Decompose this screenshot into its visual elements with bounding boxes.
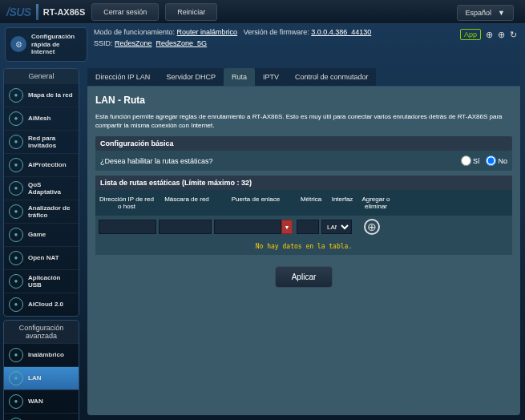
- nav-icon: ●: [9, 394, 23, 409]
- table-header: Dirección IP de red o host Máscara de re…: [95, 190, 512, 216]
- nav-icon: ●: [9, 158, 23, 172]
- tab-lan-ip[interactable]: Dirección IP LAN: [87, 68, 158, 86]
- quick-setup[interactable]: ⚙ Configuración rápida de Internet: [5, 27, 87, 62]
- nav-guest-network[interactable]: ●Red para invitados: [4, 130, 79, 153]
- nav-aicloud[interactable]: ●AiCloud 2.0: [4, 293, 79, 316]
- basic-config-header: Configuración básica: [95, 136, 512, 151]
- nav-label: WAN: [28, 398, 43, 405]
- tab-iptv[interactable]: IPTV: [255, 68, 287, 86]
- top-bar: /SUS RT-AX86S Cerrar sesión Reiniciar Es…: [0, 0, 525, 24]
- nav-wan[interactable]: ●WAN: [4, 390, 79, 413]
- ip-input[interactable]: [99, 220, 156, 234]
- general-header: General: [4, 69, 79, 83]
- panel: LAN - Ruta Esta función permite agregar …: [87, 87, 520, 415]
- language-selector[interactable]: Español ▼: [457, 5, 514, 21]
- brand-logo: /SUS: [6, 6, 31, 18]
- gateway-input[interactable]: [214, 220, 281, 234]
- tab-switch[interactable]: Control de conmutador: [287, 68, 377, 86]
- nav-label: Inalámbrico: [28, 351, 64, 358]
- nav-open-nat[interactable]: ●Open NAT: [4, 246, 79, 269]
- nav-label: AiCloud 2.0: [28, 301, 63, 308]
- nav-label: AiMesh: [28, 115, 50, 122]
- sidebar: General ●Mapa de la red●AiMesh●Red para …: [0, 68, 83, 420]
- nav-label: Red para invitados: [28, 135, 74, 149]
- nav-aimesh[interactable]: ●AiMesh: [4, 107, 79, 130]
- page-desc: Esta función permite agregar reglas de e…: [95, 112, 512, 130]
- nav-icon: ●: [9, 135, 23, 149]
- no-data-message: No hay datos en la tabla.: [95, 238, 512, 255]
- nav-aiprotection[interactable]: ●AiProtection: [4, 153, 79, 176]
- nav-icon: ●: [9, 228, 23, 242]
- nav-label: AiProtection: [28, 161, 67, 168]
- content-area: Dirección IP LANServidor DHCPRutaIPTVCon…: [83, 68, 525, 420]
- mode-link[interactable]: Router inalámbrico: [177, 28, 238, 36]
- info-bar: ⚙ Configuración rápida de Internet Modo …: [0, 24, 525, 68]
- nav-label: Open NAT: [28, 254, 59, 261]
- nav-qos[interactable]: ●QoS Adaptativa: [4, 176, 79, 200]
- advanced-header: Configuración avanzada: [4, 321, 79, 343]
- radio-yes[interactable]: Sí: [461, 155, 480, 166]
- nav-label: Aplicación USB: [28, 274, 74, 289]
- nav-label: LAN: [28, 374, 41, 382]
- logout-button[interactable]: Cerrar sesión: [91, 3, 159, 21]
- nav-wireless[interactable]: ●Inalámbrico: [4, 343, 79, 366]
- nav-icon: ●: [9, 274, 23, 289]
- page-title: LAN - Ruta: [95, 95, 512, 106]
- nav-icon: ●: [9, 348, 23, 362]
- nav-icon: ●: [9, 251, 23, 265]
- tab-dhcp[interactable]: Servidor DHCP: [158, 68, 224, 86]
- gear-icon: ⚙: [10, 36, 26, 52]
- nav-network-map[interactable]: ●Mapa de la red: [4, 83, 79, 107]
- nav-label: QoS Adaptativa: [28, 181, 74, 196]
- reboot-button[interactable]: Reiniciar: [165, 3, 217, 21]
- apply-button[interactable]: Aplicar: [275, 266, 333, 288]
- mask-input[interactable]: [159, 220, 212, 234]
- nav-icon: ●: [9, 204, 23, 219]
- firmware-link[interactable]: 3.0.0.4.386_44130: [311, 28, 371, 36]
- nav-game[interactable]: ●Game: [4, 223, 79, 246]
- routes-list-header: Lista de rutas estáticas (Límite máximo …: [95, 176, 512, 190]
- nav-alexa[interactable]: ●Amazon Alexa: [4, 413, 79, 420]
- radio-no[interactable]: No: [486, 155, 507, 166]
- nav-label: Mapa de la red: [28, 91, 73, 99]
- nav-usb[interactable]: ●Aplicación USB: [4, 269, 79, 293]
- interface-select[interactable]: LAN: [321, 220, 352, 234]
- metric-input[interactable]: [297, 220, 319, 234]
- nav-icon: ●: [9, 181, 23, 196]
- tab-route[interactable]: Ruta: [224, 68, 255, 86]
- nav-label: Game: [28, 231, 46, 238]
- wifi-icon[interactable]: ⊕: [486, 30, 493, 40]
- nav-label: Analizador de tráfico: [28, 204, 74, 219]
- chevron-down-icon: ▼: [498, 9, 505, 17]
- nav-icon: ●: [9, 371, 23, 386]
- ssid2-link[interactable]: RedesZone_5G: [156, 39, 208, 47]
- refresh-icon[interactable]: ↻: [510, 30, 517, 40]
- globe-icon[interactable]: ⊕: [498, 30, 505, 40]
- gateway-dropdown-button[interactable]: ▼: [281, 220, 293, 234]
- nav-icon: ●: [9, 297, 23, 312]
- add-button[interactable]: ⊕: [364, 219, 380, 235]
- nav-lan[interactable]: ●LAN: [4, 366, 79, 390]
- ssid1-link[interactable]: RedesZone: [115, 39, 152, 47]
- nav-icon: ●: [9, 111, 23, 126]
- app-badge[interactable]: App: [460, 29, 481, 40]
- model-name: RT-AX86S: [43, 7, 86, 17]
- tabs: Dirección IP LANServidor DHCPRutaIPTVCon…: [87, 68, 520, 87]
- input-row: ▼ LAN ⊕: [95, 216, 512, 238]
- nav-icon: ●: [9, 88, 23, 103]
- nav-traffic[interactable]: ●Analizador de tráfico: [4, 200, 79, 223]
- static-routes-label: ¿Desea habilitar la rutas estáticas?: [100, 157, 213, 165]
